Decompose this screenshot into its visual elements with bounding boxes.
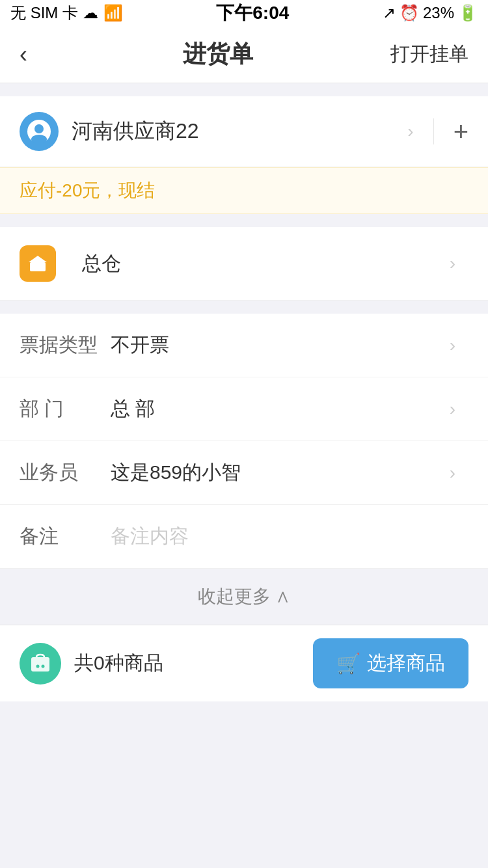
- product-icon-wrap: [20, 643, 61, 685]
- collapse-label: 收起更多 ∧: [198, 584, 291, 609]
- select-product-button[interactable]: 🛒 选择商品: [313, 638, 468, 688]
- alarm-icon: ⏰: [400, 4, 419, 22]
- supplier-name: 河南供应商22: [72, 117, 407, 146]
- department-row[interactable]: 部 门 总 部 ›: [0, 377, 488, 441]
- salesperson-chevron-icon: ›: [450, 463, 455, 483]
- select-product-icon: 🛒: [336, 652, 360, 675]
- salesperson-value: 这是859的小智: [111, 459, 450, 486]
- salesperson-label: 业务员: [20, 459, 98, 486]
- warehouse-card: 总仓 ›: [0, 227, 488, 301]
- add-supplier-button[interactable]: +: [454, 117, 468, 146]
- remark-row[interactable]: 备注 备注内容: [0, 505, 488, 569]
- supplier-chevron-icon: ›: [407, 121, 413, 142]
- status-bar: 无 SIM 卡 ☁ 📶 下午6:04 ↗ ⏰ 23% 🔋: [0, 0, 488, 26]
- status-right: ↗ ⏰ 23% 🔋: [383, 4, 478, 22]
- bottom-bar: 共0种商品 🛒 选择商品: [0, 625, 488, 701]
- warehouse-row[interactable]: 总仓 ›: [0, 227, 488, 301]
- invoice-type-chevron-icon: ›: [450, 335, 455, 356]
- wifi-icon: 📶: [103, 4, 123, 22]
- svg-point-0: [34, 124, 44, 133]
- salesperson-row[interactable]: 业务员 这是859的小智 ›: [0, 441, 488, 505]
- status-left: 无 SIM 卡 ☁ 📶: [10, 3, 123, 23]
- page-title: 进货单: [59, 38, 377, 70]
- invoice-type-value: 不开票: [111, 332, 450, 359]
- svg-point-5: [36, 664, 40, 668]
- svg-point-1: [31, 135, 47, 143]
- battery-label: 23%: [423, 4, 454, 22]
- open-pending-button[interactable]: 打开挂单: [377, 41, 468, 68]
- back-button[interactable]: ‹: [20, 41, 59, 68]
- form-card: 票据类型 不开票 › 部 门 总 部 › 业务员 这是859的小智 › 备注 备…: [0, 314, 488, 569]
- no-sim-label: 无 SIM 卡 ☁: [10, 3, 98, 23]
- warehouse-name: 总仓: [82, 251, 450, 277]
- nav-bar: ‹ 进货单 打开挂单: [0, 26, 488, 83]
- divider: [433, 118, 434, 144]
- gray-fill: [0, 701, 488, 868]
- department-value: 总 部: [111, 396, 450, 422]
- supplier-card: 河南供应商22 › + 应付-20元，现结: [0, 96, 488, 214]
- location-icon: ↗: [383, 4, 396, 22]
- battery-icon: 🔋: [458, 4, 478, 22]
- invoice-type-label: 票据类型: [20, 332, 98, 359]
- notice-banner: 应付-20元，现结: [0, 167, 488, 214]
- collapse-row[interactable]: 收起更多 ∧: [0, 569, 488, 625]
- department-chevron-icon: ›: [450, 399, 455, 420]
- gap3: [0, 301, 488, 314]
- gap1: [0, 83, 488, 96]
- select-product-label: 选择商品: [367, 650, 445, 677]
- remark-label: 备注: [20, 523, 98, 550]
- warehouse-chevron-icon: ›: [450, 253, 455, 274]
- avatar-icon: [27, 120, 51, 143]
- supplier-row[interactable]: 河南供应商22 › +: [0, 96, 488, 167]
- department-label: 部 门: [20, 396, 98, 422]
- svg-rect-4: [31, 657, 49, 671]
- warehouse-icon: [20, 245, 56, 282]
- supplier-avatar: [20, 112, 59, 151]
- status-time: 下午6:04: [216, 1, 289, 25]
- invoice-type-row[interactable]: 票据类型 不开票 ›: [0, 314, 488, 377]
- remark-placeholder[interactable]: 备注内容: [111, 523, 468, 550]
- product-count: 共0种商品: [74, 650, 313, 677]
- svg-rect-2: [30, 262, 46, 271]
- svg-point-6: [42, 664, 45, 668]
- gap2: [0, 214, 488, 227]
- svg-marker-3: [29, 256, 47, 262]
